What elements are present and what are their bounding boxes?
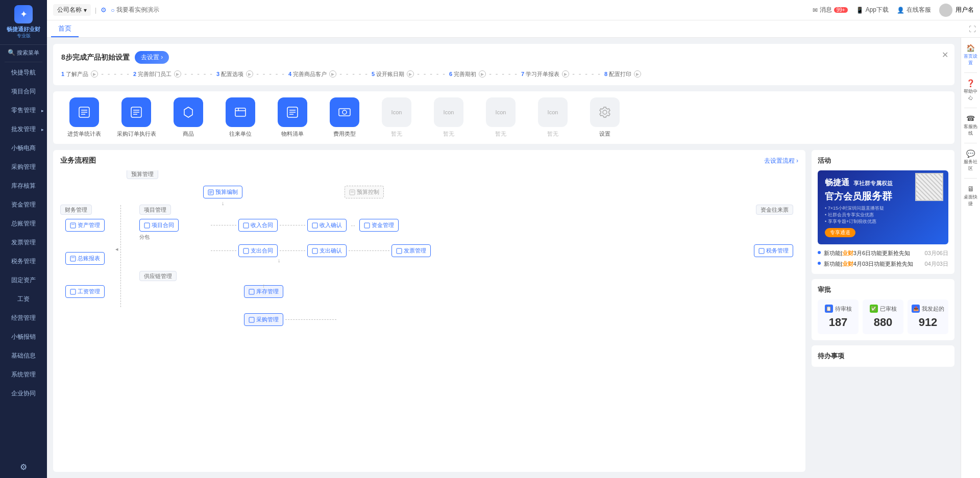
home-icon: 🏠 [966, 44, 975, 52]
news-item-1[interactable]: 新功能|业财3月6日功能更新抢先知 03月06日 [818, 249, 948, 257]
demo-link[interactable]: ○ 我要看实例演示 [111, 6, 159, 14]
setup-close-button[interactable]: ✕ [942, 50, 948, 60]
quick-icon-contacts[interactable]: 往来单位 [217, 97, 263, 138]
right-sidebar-help[interactable]: ❓ 帮助中心 [961, 75, 980, 106]
sidebar-item-retail[interactable]: 零售管理 [0, 101, 47, 120]
arrow-up-1: ↑ [262, 283, 265, 289]
gear-icon[interactable]: ⚙ [101, 6, 107, 14]
feature-3: • 享享专题+订制税收优惠 [825, 218, 893, 225]
sidebar-item-fixed-assets[interactable]: 固定资产 [0, 271, 47, 290]
quick-icon-expense-type[interactable]: 费用类型 [322, 97, 368, 138]
sidebar-item-quick-nav[interactable]: 快捷导航 [0, 63, 47, 82]
main-area: 公司名称 ▾ | ⚙ ○ 我要看实例演示 ✉ 消息 99+ 📱 App下载 👤 [47, 0, 980, 478]
sidebar-item-tax[interactable]: 税务管理 [0, 252, 47, 271]
sidebar-search[interactable]: 🔍 搜索菜单 [0, 45, 47, 61]
sidebar-item-system[interactable]: 系统管理 [0, 365, 47, 384]
income-contract-node[interactable]: 收入合同 [238, 219, 278, 232]
mine-icon: 📤 [912, 305, 920, 313]
sidebar-item-expense[interactable]: 小畅报销 [0, 328, 47, 346]
approval-title: 审批 [818, 285, 948, 294]
salary-mgmt-node[interactable]: 工资管理 [65, 285, 105, 298]
dash-4 [280, 250, 305, 251]
quick-icon-empty-1[interactable]: Icon 暂无 [374, 97, 420, 138]
right-sidebar-desktop[interactable]: 🖥 桌面快捷 [961, 181, 980, 211]
news-item-2[interactable]: 新功能|业财4月03日功能更新抢先知 04月03日 [818, 260, 948, 268]
tab-home[interactable]: 首页 [51, 21, 79, 37]
banner-features: • 7×15小时深圳问题直播答疑 • 社群会员专享实业优惠 • 享享专题+订制税… [825, 205, 893, 225]
general-ledger-node[interactable]: 总账报表 [65, 252, 105, 265]
income-row: 收入合同 收入确认 ··· 资金管理 [211, 219, 399, 232]
company-name: 公司名称 [57, 6, 82, 14]
invoice-mgmt-node[interactable]: 发票管理 [391, 244, 431, 257]
sidebar-item-wholesale[interactable]: 批发管理 [0, 120, 47, 139]
sidebar-item-finance[interactable]: 资金管理 [0, 195, 47, 214]
quick-icon-empty-2[interactable]: Icon 暂无 [426, 97, 472, 138]
topbar: 公司名称 ▾ | ⚙ ○ 我要看实例演示 ✉ 消息 99+ 📱 App下载 👤 [47, 0, 980, 20]
budget-control-node[interactable]: 预算控制 [345, 186, 384, 198]
sidebar-item-inventory[interactable]: 库存核算 [0, 177, 47, 195]
expense-contract-node[interactable]: 支出合同 [238, 244, 278, 257]
tax-mgmt-node-el[interactable]: 税务管理 [754, 244, 793, 257]
news-highlight-1: 业财 [842, 250, 853, 256]
flow-card: 业务流程图 去设置流程 › 预算管理 [53, 150, 805, 472]
goods-icon-box [174, 97, 203, 127]
empty-4-icon-box: Icon [538, 97, 568, 127]
app-icon: 📱 [856, 7, 864, 14]
quick-icon-goods[interactable]: 商品 [165, 97, 211, 138]
banner-service: 服务群 [862, 190, 892, 202]
approval-stat-done[interactable]: ✅ 已审核 880 [863, 299, 903, 334]
go-setup-button[interactable]: 去设置 › [135, 51, 169, 64]
company-selector[interactable]: 公司名称 ▾ [53, 4, 91, 16]
sidebar-item-operations[interactable]: 经营管理 [0, 309, 47, 328]
purchase-node-el[interactable]: 采购管理 [244, 313, 283, 326]
message-button[interactable]: ✉ 消息 99+ [813, 6, 848, 14]
quick-icon-settings[interactable]: 设置 [582, 97, 628, 138]
user-area[interactable]: 用户名 [939, 4, 974, 17]
income-confirm-node[interactable]: 收入确认 [307, 219, 347, 232]
expense-confirm-node[interactable]: 支出确认 [307, 244, 347, 257]
asset-mgmt-node[interactable]: 资产管理 [65, 219, 105, 232]
news-dot-1 [818, 251, 821, 254]
step-5: 5 设开账日期 ▶ [372, 70, 414, 78]
quick-icon-empty-3[interactable]: Icon 暂无 [478, 97, 524, 138]
sidebar-settings-icon[interactable]: ⚙ [0, 456, 47, 478]
quick-icon-po-exec[interactable]: 采购订单执行表 [113, 97, 159, 138]
expand-icon[interactable]: ⛶ [969, 25, 976, 33]
budget-compile-node[interactable]: 预算编制 [203, 186, 242, 198]
svg-point-16 [342, 110, 347, 114]
right-sidebar-community[interactable]: 💬 服务社区 [961, 145, 980, 176]
capital-mgmt-node[interactable]: 资金管理 [359, 219, 399, 232]
sidebar-item-collab[interactable]: 企业协同 [0, 384, 47, 403]
budget-nodes: 预算编制 预算控制 [203, 186, 384, 198]
sidebar-item-ecommerce[interactable]: 小畅电商 [0, 139, 47, 158]
sidebar-item-invoice[interactable]: 发票管理 [0, 233, 47, 252]
finance-section-tag: 财务管理 [60, 206, 92, 214]
flow-settings-link[interactable]: 去设置流程 › [764, 157, 798, 165]
sidebar-item-ledger[interactable]: 总账管理 [0, 214, 47, 233]
quick-icon-bom[interactable]: 物料清单 [270, 97, 315, 138]
sidebar-item-salary[interactable]: 工资 [0, 290, 47, 309]
subcontract-label: 分包 [139, 234, 179, 241]
right-sidebar-hotline[interactable]: ☎ 客服热线 [961, 110, 980, 141]
app-download-button[interactable]: 📱 App下载 [856, 6, 889, 14]
quick-icon-purchase-stat[interactable]: 进货单统计表 [61, 97, 107, 138]
sidebar-item-purchase[interactable]: 采购管理 [0, 158, 47, 177]
approval-stat-pending[interactable]: 📋 待审核 187 [818, 299, 859, 334]
quick-icon-empty-4[interactable]: Icon 暂无 [530, 97, 576, 138]
expense-row: 支出合同 支出确认 发票管理 [211, 244, 431, 257]
done-num: 880 [867, 316, 899, 329]
todo-title: 待办事项 [818, 351, 948, 361]
right-sidebar-home[interactable]: 🏠 首页设置 [961, 40, 980, 70]
svg-rect-38 [249, 317, 254, 322]
dash-5 [349, 250, 389, 251]
svg-rect-36 [759, 248, 764, 254]
news-date-1: 03月06日 [925, 249, 948, 257]
activity-btn[interactable]: 专享通道 [825, 228, 855, 237]
sidebar-item-project-contract[interactable]: 项目合同 [0, 82, 47, 101]
online-service-button[interactable]: 👤 在线客服 [897, 6, 931, 14]
sidebar-item-basic-info[interactable]: 基础信息 [0, 346, 47, 365]
feature-2: • 社群会员专享实业优惠 [825, 212, 893, 218]
project-contract-node-el[interactable]: 项目合同 [139, 219, 179, 232]
approval-stat-mine[interactable]: 📤 我发起的 912 [908, 299, 948, 334]
flow-body: 预算管理 预算编制 预算控制 [60, 170, 798, 466]
